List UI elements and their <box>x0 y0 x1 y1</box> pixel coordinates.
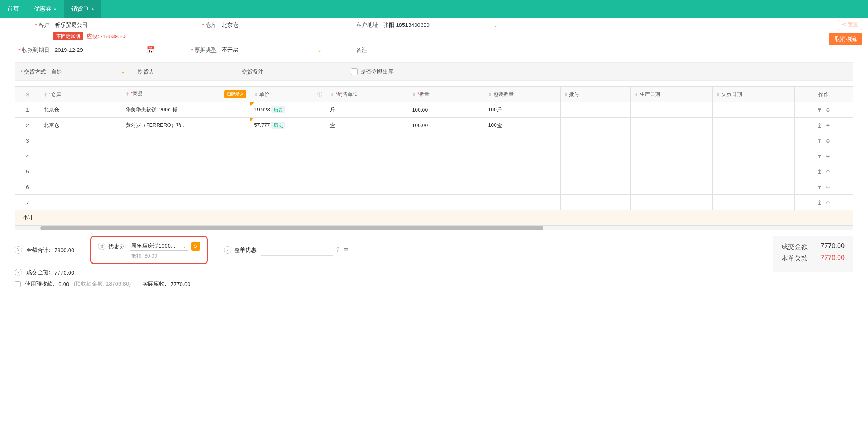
cell-unit[interactable]: 盒 <box>326 118 408 133</box>
col-mfg[interactable]: ▲▼生产日期 <box>630 87 712 102</box>
cell-exp[interactable] <box>712 148 794 164</box>
cell-pack[interactable] <box>484 164 560 179</box>
add-row-icon[interactable]: ⊕ <box>826 169 830 175</box>
table-row[interactable]: 6 🗑 ⊕ <box>15 179 853 195</box>
cell-unit[interactable]: 斤 <box>326 102 408 118</box>
cell-price[interactable] <box>250 164 326 179</box>
cell-product[interactable] <box>122 148 250 164</box>
cell-warehouse[interactable]: 北京仓 <box>40 102 122 118</box>
col-warehouse[interactable]: ▲▼*仓库 <box>40 87 122 102</box>
cell-price[interactable] <box>250 195 326 210</box>
cell-qty[interactable] <box>408 148 484 164</box>
reset-button[interactable]: ⟲ 重置 <box>838 20 862 30</box>
add-row-icon[interactable]: ⊕ <box>826 138 830 144</box>
cell-exp[interactable] <box>712 118 794 133</box>
add-row-icon[interactable]: ⊕ <box>826 153 830 159</box>
cell-qty[interactable] <box>408 179 484 195</box>
cell-mfg[interactable] <box>630 133 712 148</box>
gear-icon[interactable]: ⚙ <box>25 92 30 97</box>
cell-warehouse[interactable] <box>40 148 122 164</box>
cell-warehouse[interactable] <box>40 164 122 179</box>
col-qty[interactable]: ▲▼*数量 <box>408 87 484 102</box>
cell-warehouse[interactable] <box>40 195 122 210</box>
cell-product[interactable]: 费列罗（FERRERO）巧... <box>122 118 250 133</box>
cell-batch[interactable] <box>560 148 630 164</box>
cell-pack[interactable] <box>484 195 560 210</box>
table-row[interactable]: 7 🗑 ⊕ <box>15 195 853 210</box>
cell-warehouse[interactable] <box>40 133 122 148</box>
cell-exp[interactable] <box>712 133 794 148</box>
delete-row-icon[interactable]: 🗑 <box>817 138 822 144</box>
close-icon[interactable]: × <box>54 6 57 12</box>
cell-qty[interactable] <box>408 195 484 210</box>
bill-type-input[interactable] <box>222 47 317 53</box>
order-discount-input[interactable] <box>262 247 332 253</box>
remark-input[interactable] <box>372 47 487 53</box>
delivery-method-input[interactable] <box>51 69 121 75</box>
cell-pack[interactable] <box>484 133 560 148</box>
cell-product[interactable] <box>122 179 250 195</box>
col-pack[interactable]: ▲▼包装数量 <box>484 87 560 102</box>
table-row[interactable]: 5 🗑 ⊕ <box>15 164 853 179</box>
cell-mfg[interactable] <box>630 195 712 210</box>
scan-badge[interactable]: 扫码录入 <box>224 90 246 98</box>
cell-pack[interactable] <box>484 179 560 195</box>
warehouse-input[interactable] <box>222 22 322 28</box>
cell-batch[interactable] <box>560 133 630 148</box>
cell-product[interactable]: 华美华夫软饼1200g 糕... <box>122 102 250 118</box>
col-product[interactable]: ▲▼*商品扫码录入 <box>122 87 250 102</box>
cell-batch[interactable] <box>560 118 630 133</box>
cell-pack[interactable] <box>484 148 560 164</box>
table-row[interactable]: 4 🗑 ⊕ <box>15 148 853 164</box>
cell-unit[interactable] <box>326 148 408 164</box>
cell-batch[interactable] <box>560 164 630 179</box>
tab-home[interactable]: 首页 <box>0 0 26 18</box>
cell-batch[interactable] <box>560 179 630 195</box>
chevron-down-icon[interactable]: ⌄ <box>317 47 322 53</box>
cell-price[interactable] <box>250 179 326 195</box>
cell-exp[interactable] <box>712 164 794 179</box>
delete-row-icon[interactable]: 🗑 <box>817 184 822 190</box>
help-icon[interactable]: ⓘ <box>317 91 322 98</box>
col-batch[interactable]: ▲▼批号 <box>560 87 630 102</box>
help-icon[interactable]: ? <box>336 247 340 253</box>
add-row-icon[interactable]: ⊕ <box>826 122 830 128</box>
table-row[interactable]: 2 北京仓 费列罗（FERRERO）巧... 57.777 历史 盒 100.0… <box>15 118 853 133</box>
add-row-icon[interactable]: ⊕ <box>826 107 830 113</box>
cell-unit[interactable] <box>326 164 408 179</box>
customer-input[interactable] <box>55 22 155 28</box>
horizontal-scrollbar[interactable] <box>15 226 853 230</box>
cancel-logistics-button[interactable]: 取消物流 <box>829 33 862 45</box>
delete-row-icon[interactable]: 🗑 <box>817 200 822 205</box>
cell-product[interactable] <box>122 164 250 179</box>
cell-mfg[interactable] <box>630 102 712 118</box>
prepay-checkbox[interactable] <box>15 281 21 287</box>
cell-warehouse[interactable]: 北京仓 <box>40 118 122 133</box>
cell-product[interactable] <box>122 195 250 210</box>
cell-product[interactable] <box>122 133 250 148</box>
cell-price[interactable] <box>250 148 326 164</box>
cell-qty[interactable] <box>408 133 484 148</box>
table-row[interactable]: 3 🗑 ⊕ <box>15 133 853 148</box>
tab-coupon[interactable]: 优惠券× <box>26 0 64 18</box>
close-icon[interactable]: × <box>91 6 94 12</box>
cell-price[interactable]: 57.777 历史 <box>250 118 326 133</box>
cell-price[interactable]: 19.923 历史 <box>250 102 326 118</box>
cell-warehouse[interactable] <box>40 179 122 195</box>
history-badge[interactable]: 历史 <box>271 122 285 129</box>
cell-mfg[interactable] <box>630 118 712 133</box>
cell-mfg[interactable] <box>630 148 712 164</box>
delete-row-icon[interactable]: 🗑 <box>817 122 822 128</box>
cell-unit[interactable] <box>326 179 408 195</box>
cell-exp[interactable] <box>712 195 794 210</box>
cell-qty[interactable]: 100.00 <box>408 102 484 118</box>
tab-sales[interactable]: 销货单× <box>64 0 101 18</box>
col-price[interactable]: ▲▼单价ⓘ <box>250 87 326 102</box>
chevron-down-icon[interactable]: ⌄ <box>493 22 498 28</box>
cell-pack[interactable]: 100斤 <box>484 102 560 118</box>
cell-mfg[interactable] <box>630 164 712 179</box>
cell-batch[interactable] <box>560 102 630 118</box>
checkbox-icon[interactable] <box>351 68 358 75</box>
cell-pack[interactable]: 100盒 <box>484 118 560 133</box>
cell-mfg[interactable] <box>630 179 712 195</box>
